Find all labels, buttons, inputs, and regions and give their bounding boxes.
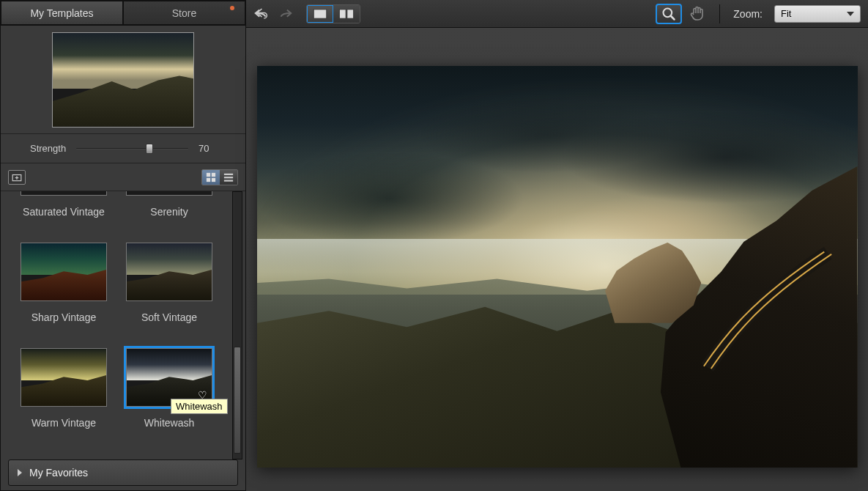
- list-view-button[interactable]: [220, 170, 237, 185]
- list-view-icon: [223, 172, 234, 182]
- main-image[interactable]: [257, 66, 858, 468]
- preview-thumbnail[interactable]: [52, 32, 194, 128]
- magnifier-icon: [661, 7, 676, 21]
- redo-icon: [277, 6, 293, 22]
- strength-slider[interactable]: [76, 144, 188, 154]
- zoom-value: Fit: [781, 8, 791, 19]
- preset-warm-vintage[interactable]: Warm Vintage: [20, 348, 108, 429]
- left-panel: My Templates Store Strength 70: [0, 0, 246, 491]
- preset-grid: Saturated Vintage Serenity Sharp Vintage…: [1, 191, 232, 439]
- chevron-right-icon: [18, 469, 22, 476]
- redo-button[interactable]: [277, 6, 293, 22]
- svg-line-14: [671, 15, 675, 19]
- tab-my-templates[interactable]: My Templates: [1, 1, 123, 25]
- undo-button[interactable]: [253, 6, 270, 22]
- preset-scrollbar[interactable]: [232, 191, 242, 459]
- preview-area: [1, 26, 245, 134]
- view-mode-group: [306, 4, 360, 23]
- undo-icon: [253, 6, 270, 22]
- canvas-area: [246, 28, 868, 491]
- my-favorites-section[interactable]: My Favorites: [8, 459, 238, 486]
- preset-toolbar: [1, 163, 245, 191]
- hand-tool-button[interactable]: [689, 5, 706, 23]
- tooltip-whitewash: Whitewash: [171, 399, 228, 414]
- svg-rect-8: [224, 177, 233, 178]
- grid-view-icon: [206, 172, 216, 182]
- preset-serenity[interactable]: Serenity: [125, 191, 213, 218]
- grid-view-button[interactable]: [202, 170, 220, 185]
- view-toggle: [201, 169, 238, 185]
- compare-view-button[interactable]: [333, 5, 360, 23]
- svg-rect-9: [224, 180, 233, 181]
- preset-label: Soft Vintage: [141, 311, 197, 323]
- road-detail: [678, 247, 858, 367]
- svg-rect-7: [224, 173, 233, 174]
- preset-label: Saturated Vintage: [23, 206, 105, 218]
- store-notification-dot: [230, 6, 234, 10]
- svg-rect-11: [339, 9, 346, 18]
- tabs: My Templates Store: [1, 1, 245, 26]
- tab-store-label: Store: [172, 7, 196, 19]
- svg-rect-10: [314, 9, 327, 18]
- compare-view-icon: [338, 9, 355, 19]
- single-view-icon: [312, 9, 328, 19]
- separator: [719, 4, 720, 23]
- strength-value: 70: [199, 143, 235, 154]
- zoom-label: Zoom:: [733, 8, 763, 20]
- preset-label: Whitewash: [144, 417, 194, 429]
- svg-rect-6: [212, 177, 215, 181]
- tab-my-templates-label: My Templates: [30, 7, 93, 19]
- preset-label: Serenity: [150, 206, 188, 218]
- single-view-button[interactable]: [307, 5, 333, 23]
- scrollbar-thumb[interactable]: [234, 347, 241, 454]
- zoom-tool-button[interactable]: [656, 4, 681, 23]
- preset-saturated-vintage[interactable]: Saturated Vintage: [20, 191, 108, 218]
- svg-rect-3: [207, 172, 210, 176]
- add-folder-button[interactable]: [8, 170, 26, 185]
- preset-soft-vintage[interactable]: Soft Vintage: [125, 243, 213, 323]
- strength-label: Strength: [30, 143, 66, 154]
- chevron-down-icon: [847, 12, 854, 16]
- tab-store[interactable]: Store: [123, 1, 245, 25]
- strength-row: Strength 70: [1, 134, 245, 163]
- preset-label: Sharp Vintage: [31, 311, 96, 323]
- top-toolbar: Zoom: Fit: [246, 0, 868, 28]
- my-favorites-label: My Favorites: [29, 467, 88, 479]
- preset-whitewash[interactable]: ♡ Whitewash Whitewash: [125, 348, 213, 429]
- svg-rect-12: [347, 9, 354, 18]
- svg-rect-5: [207, 177, 210, 181]
- svg-rect-4: [212, 172, 215, 176]
- add-folder-icon: [11, 172, 23, 182]
- hand-icon: [689, 5, 706, 23]
- preset-scroller: Saturated Vintage Serenity Sharp Vintage…: [1, 191, 245, 459]
- preset-sharp-vintage[interactable]: Sharp Vintage: [20, 243, 108, 323]
- right-panel: Zoom: Fit: [246, 0, 868, 491]
- zoom-select[interactable]: Fit: [774, 5, 861, 23]
- preset-label: Warm Vintage: [31, 417, 96, 429]
